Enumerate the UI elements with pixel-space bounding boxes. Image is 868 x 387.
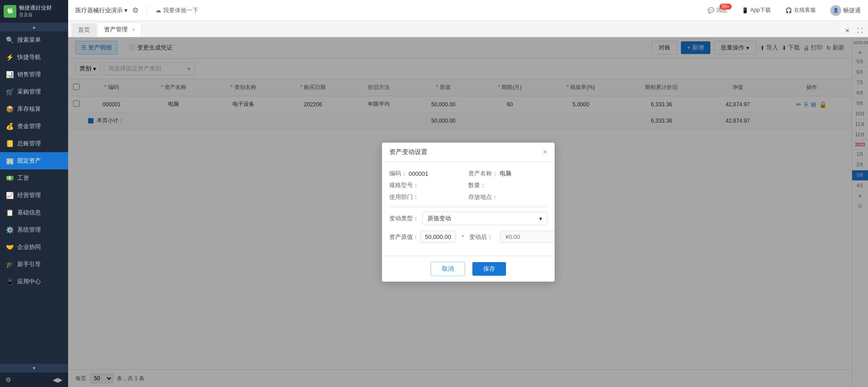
sidebar-nav: 🔍 搜索菜单 ⚡ 快捷导航 📊 销售管理 🛒 采购管理 📦 库存核算 💰 资金管… — [0, 31, 68, 364]
sidebar-item-label: 总账管理 — [17, 139, 41, 148]
tab-close-icon[interactable]: × — [132, 27, 135, 32]
sidebar-item-basicinfo[interactable]: 📋 基础信息 — [0, 204, 68, 221]
capital-icon: 💰 — [5, 123, 14, 130]
main-content: 医疗器械行业演示 ▾ ⚙ ☁ 我要体验一下 💬 消息 99+ 📱 App下载 🎧… — [68, 0, 868, 387]
app-title: 畅捷通好业财 — [19, 5, 52, 12]
sidebar-item-label: 库存核算 — [17, 105, 41, 113]
modal-code-item: 编码： 000001 — [389, 169, 468, 178]
appcenter-icon: 📱 — [5, 278, 14, 285]
messages-button[interactable]: 💬 消息 99+ — [708, 6, 727, 14]
company-dropdown-icon: ▾ — [124, 7, 128, 14]
tab-home[interactable]: 首页 — [72, 23, 96, 37]
modal-footer: 取消 保存 — [382, 256, 555, 282]
sidebar-scroll-down[interactable]: ▼ — [0, 364, 68, 372]
purchase-icon: 🛒 — [5, 88, 14, 95]
basicinfo-icon: 📋 — [5, 209, 14, 216]
system-icon: ⚙️ — [5, 226, 14, 233]
modal-spec-item: 规格型号： — [389, 181, 468, 189]
modal-close-icon[interactable]: × — [543, 148, 547, 156]
content-area: ☰ 资产明细 📄 变更生成凭证 对账 + 新增 批量操作 ▾ ⬆ — [68, 37, 868, 387]
modal-name-item: 资产名称： 电脑 — [468, 169, 547, 178]
sidebar-item-label: 基础信息 — [17, 208, 41, 217]
salary-icon: 💵 — [5, 174, 14, 182]
tabbar: 首页 资产管理 × ✕ ⛶ — [68, 21, 868, 37]
cloud-icon: ☁ — [155, 7, 161, 14]
modal-info-grid: 编码： 000001 资产名称： 电脑 规格型号： 数量： — [389, 169, 547, 201]
tabbar-controls: ✕ ⛶ — [843, 26, 864, 37]
after-label: 变动后： — [469, 233, 496, 241]
tab-asset-label: 资产管理 — [104, 26, 128, 33]
settings-icon[interactable]: ⚙ — [5, 376, 11, 383]
modal-location-item: 存放地点： — [468, 193, 547, 201]
sidebar-header: 畅 畅捷通好业财 普及版 — [0, 0, 68, 23]
company-selector[interactable]: 医疗器械行业演示 ▾ — [75, 6, 128, 15]
sidebar-item-fixedasset[interactable]: 🏢 固定资产 — [0, 152, 68, 169]
code-label: 编码： — [389, 169, 407, 178]
tab-asset-management[interactable]: 资产管理 × — [97, 22, 142, 37]
sidebar-item-label: 采购管理 — [17, 88, 41, 96]
tab-close-window-icon[interactable]: ✕ — [843, 26, 852, 35]
change-type-row: 变动类型： 原值变动 ▾ — [389, 212, 547, 225]
asset-change-modal: 资产变动设置 × 编码： 000001 资产名称： 电脑 — [382, 143, 555, 282]
tab-maximize-icon[interactable]: ⛶ — [855, 26, 864, 35]
qty-label: 数量： — [468, 181, 486, 189]
modal-overlay: 资产变动设置 × 编码： 000001 资产名称： 电脑 — [68, 37, 868, 387]
original-value-display: 50,000.00 — [420, 231, 456, 243]
sidebar-item-capital[interactable]: 💰 资金管理 — [0, 118, 68, 135]
modal-qty-item: 数量： — [468, 181, 547, 189]
app-download-label: App下载 — [750, 6, 771, 14]
cooperation-icon: 🤝 — [5, 243, 14, 251]
sidebar-item-cooperation[interactable]: 🤝 企业协同 — [0, 238, 68, 256]
gear-icon[interactable]: ⚙ — [132, 6, 139, 15]
sidebar-item-quicknav[interactable]: ⚡ 快捷导航 — [0, 49, 68, 66]
sidebar-item-label: 快捷导航 — [17, 53, 41, 61]
experience-text: 我要体验一下 — [163, 6, 198, 15]
sidebar-item-operations[interactable]: 📈 经营管理 — [0, 187, 68, 204]
original-value-label: 资产原值： — [389, 233, 417, 241]
operations-icon: 📈 — [5, 192, 14, 199]
download-icon: 📱 — [742, 7, 749, 14]
user-avatar: 👤 — [830, 5, 841, 16]
dept-label: 使用部门： — [389, 193, 419, 201]
original-value-row: 资产原值： 50,000.00 * 变动后： — [389, 231, 547, 243]
sidebar-bottom: ⚙ ◀▶ — [0, 372, 68, 387]
user-menu[interactable]: 👤 畅捷通 — [830, 5, 861, 16]
name-value: 电脑 — [500, 169, 511, 178]
topbar-right: 💬 消息 99+ 📱 App下载 🎧 在线客服 👤 畅捷通 — [708, 5, 861, 16]
company-name: 医疗器械行业演示 — [75, 6, 123, 15]
sidebar-scroll-up[interactable]: ▲ — [0, 23, 68, 31]
cancel-button[interactable]: 取消 — [431, 262, 465, 276]
ledger-icon: 📒 — [5, 140, 14, 147]
sidebar-item-ledger[interactable]: 📒 总账管理 — [0, 135, 68, 152]
after-value-input[interactable] — [500, 231, 554, 243]
collapse-icon[interactable]: ◀▶ — [53, 376, 63, 383]
online-service-label: 在线客服 — [794, 6, 816, 14]
change-type-dropdown-icon: ▾ — [539, 215, 542, 222]
sidebar-item-appcenter[interactable]: 📱 应用中心 — [0, 273, 68, 290]
sidebar-item-label: 系统管理 — [17, 226, 41, 234]
sidebar-item-label: 应用中心 — [17, 278, 41, 286]
sidebar-item-salary[interactable]: 💵 工资 — [0, 169, 68, 187]
sidebar-item-system[interactable]: ⚙️ 系统管理 — [0, 221, 68, 238]
sidebar-item-search[interactable]: 🔍 搜索菜单 — [0, 31, 68, 49]
required-star: * — [461, 233, 464, 240]
app-download-button[interactable]: 📱 App下载 — [742, 6, 771, 14]
app-title-block: 畅捷通好业财 普及版 — [19, 5, 52, 18]
sidebar-item-sales[interactable]: 📊 销售管理 — [0, 66, 68, 83]
experience-button[interactable]: ☁ 我要体验一下 — [155, 6, 198, 15]
modal-body: 编码： 000001 资产名称： 电脑 规格型号： 数量： — [382, 162, 555, 256]
spec-label: 规格型号： — [389, 181, 419, 189]
change-type-select[interactable]: 原值变动 ▾ — [422, 212, 547, 225]
app-logo: 畅 — [4, 5, 16, 18]
sidebar-item-inventory[interactable]: 📦 库存核算 — [0, 100, 68, 118]
online-service-button[interactable]: 🎧 在线客服 — [785, 6, 816, 14]
sidebar-item-purchase[interactable]: 🛒 采购管理 — [0, 83, 68, 100]
sidebar-item-label: 企业协同 — [17, 243, 41, 251]
change-type-value: 原值变动 — [427, 214, 451, 223]
save-button[interactable]: 保存 — [472, 262, 506, 276]
sidebar-item-label: 资金管理 — [17, 122, 41, 130]
topbar: 医疗器械行业演示 ▾ ⚙ ☁ 我要体验一下 💬 消息 99+ 📱 App下载 🎧… — [68, 0, 868, 21]
sidebar-item-guide[interactable]: 🎓 新手引导 — [0, 256, 68, 273]
name-label: 资产名称： — [468, 169, 498, 178]
sidebar-item-label: 新手引导 — [17, 260, 41, 268]
